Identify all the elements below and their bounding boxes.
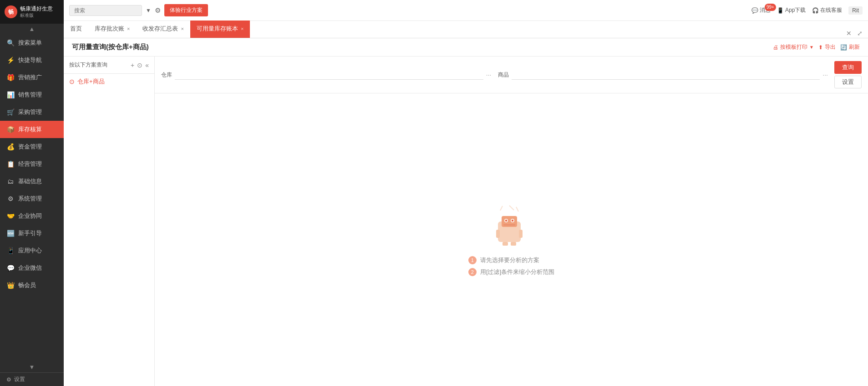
- sidebar-item-appstore[interactable]: 📱应用中心: [0, 242, 64, 259]
- scroll-down-arrow[interactable]: ▼: [0, 362, 64, 372]
- sidebar-item-label: 采购管理: [18, 108, 42, 116]
- warehouse-label: 仓库: [161, 71, 172, 79]
- sidebar-item-system[interactable]: ⚙系统管理: [0, 190, 64, 207]
- print-label: 按模板打印: [780, 43, 807, 51]
- sidebar-item-purchase[interactable]: 🛒采购管理: [0, 103, 64, 121]
- sidebar-item-basic[interactable]: 🗂基础信息: [0, 173, 64, 190]
- tab-label: 收发存汇总表: [142, 25, 178, 33]
- scroll-up-arrow[interactable]: ▲: [0, 24, 64, 34]
- tabs-bar: 首页库存批次账×收发存汇总表×可用量库存账本× ✕ ⤢: [64, 21, 868, 38]
- dropdown-arrow[interactable]: ▼: [146, 7, 151, 14]
- industry-btn[interactable]: 体验行业方案: [164, 4, 208, 16]
- svg-rect-7: [496, 230, 500, 238]
- scheme-header-label: 按以下方案查询: [69, 61, 107, 69]
- tab-batch[interactable]: 库存批次账×: [88, 21, 136, 38]
- close-window-btn[interactable]: ✕: [844, 29, 853, 38]
- enterprise-icon: 🤝: [6, 212, 15, 220]
- filter-actions: 查询 设置: [834, 61, 862, 88]
- sidebar-item-label: 新手引导: [18, 229, 42, 237]
- app-icon: 📱: [777, 7, 784, 14]
- tab-close-icon[interactable]: ×: [127, 26, 130, 31]
- svg-point-5: [512, 220, 513, 221]
- sidebar-item-sales[interactable]: 📊销售管理: [0, 86, 64, 103]
- svg-rect-6: [503, 224, 515, 226]
- sidebar-subtitle: 标准版: [20, 12, 53, 19]
- sidebar-item-label: 库存核算: [18, 125, 42, 134]
- search-icon: 🔍: [6, 39, 15, 46]
- online-service[interactable]: 🎧 在线客服: [812, 6, 842, 14]
- scheme-item-icon: ⊙: [69, 78, 75, 85]
- main-area: ▼ ⚙ 体验行业方案 💬 消息 99+ 📱 App下载 🎧 在线客服 Rit 首…: [64, 0, 868, 386]
- product-filter-group: 商品 ···: [498, 70, 828, 80]
- step1-text: 请先选择要分析的方案: [480, 256, 539, 264]
- message-count: 99+: [765, 4, 776, 11]
- service-label: 在线客服: [820, 6, 842, 14]
- empty-state: 1 请先选择要分析的方案 2 用[过滤]条件来缩小分析范围: [155, 93, 868, 386]
- settings-btn[interactable]: 设置: [834, 76, 862, 88]
- sidebar-item-label: 搜索菜单: [18, 39, 42, 47]
- sidebar-bottom[interactable]: ⚙ 设置: [0, 372, 64, 386]
- scheme-collapse-icon[interactable]: «: [145, 62, 149, 69]
- sidebar-item-operation[interactable]: 📋经营管理: [0, 155, 64, 173]
- marketing-icon: 🎁: [6, 74, 15, 81]
- sidebar-item-label: 企业协同: [18, 212, 42, 220]
- sidebar-item-label: 营销推广: [18, 73, 42, 82]
- search-input[interactable]: [69, 5, 142, 16]
- sidebar-item-finance[interactable]: 💰资金管理: [0, 138, 64, 155]
- warehouse-input[interactable]: [175, 70, 483, 80]
- export-btn[interactable]: ⬆ 导出: [818, 43, 836, 51]
- export-label: 导出: [825, 43, 836, 51]
- gear-icon[interactable]: ⚙: [155, 6, 161, 15]
- sidebar-item-inventory[interactable]: 📦库存核算: [0, 121, 64, 138]
- message-icon: 💬: [751, 7, 758, 14]
- tab-home[interactable]: 首页: [64, 21, 88, 38]
- app-download[interactable]: 📱 App下载: [777, 6, 806, 14]
- sidebar-item-wechat[interactable]: 💬企业微信: [0, 259, 64, 277]
- tab-available[interactable]: 可用量库存账本×: [190, 21, 250, 38]
- content-body: 按以下方案查询 + ⊙ « ⊙ 仓库+商品 仓库: [64, 57, 868, 386]
- expand-window-btn[interactable]: ⤢: [855, 29, 864, 38]
- purchase-icon: 🛒: [6, 108, 15, 116]
- product-input[interactable]: [512, 70, 820, 80]
- svg-point-4: [505, 220, 507, 221]
- svg-rect-9: [503, 242, 508, 246]
- user-avatar[interactable]: Rit: [848, 6, 863, 15]
- tab-summary[interactable]: 收发存汇总表×: [136, 21, 190, 38]
- warehouse-filter-group: 仓库 ···: [161, 70, 492, 80]
- sidebar-header: 畅 畅康通好生意 标准版: [0, 0, 64, 24]
- scheme-settings-icon[interactable]: ⊙: [137, 62, 142, 69]
- sidebar-nav: 🔍搜索菜单⚡快捷导航🎁营销推广📊销售管理🛒采购管理📦库存核算💰资金管理📋经营管理…: [0, 34, 64, 362]
- export-icon: ⬆: [818, 44, 823, 51]
- sidebar-item-label: 资金管理: [18, 143, 42, 151]
- sidebar-item-enterprise[interactable]: 🤝企业协同: [0, 207, 64, 225]
- sidebar-item-label: 系统管理: [18, 195, 42, 203]
- message-badge[interactable]: 💬 消息 99+: [751, 6, 771, 14]
- scheme-item-label: 仓库+商品: [77, 77, 105, 86]
- tab-label: 可用量库存账本: [197, 25, 238, 33]
- sidebar: 畅 畅康通好生意 标准版 ▲ 🔍搜索菜单⚡快捷导航🎁营销推广📊销售管理🛒采购管理…: [0, 0, 64, 386]
- shortcut-icon: ⚡: [6, 57, 15, 64]
- scheme-item-warehouse-product[interactable]: ⊙ 仓库+商品: [64, 74, 154, 89]
- warehouse-dots[interactable]: ···: [486, 71, 492, 78]
- svg-line-13: [500, 206, 503, 211]
- refresh-btn[interactable]: 🔄 刷新: [840, 43, 860, 51]
- step1-num: 1: [468, 256, 477, 264]
- sidebar-logo: 畅: [5, 5, 17, 18]
- tabs-controls: ✕ ⤢: [844, 29, 868, 38]
- scheme-add-icon[interactable]: +: [131, 62, 134, 69]
- header-actions: 🖨 按模板打印 ▼ ⬆ 导出 🔄 刷新: [773, 43, 860, 51]
- query-btn[interactable]: 查询: [834, 61, 862, 74]
- tab-close-icon[interactable]: ×: [241, 26, 244, 31]
- sidebar-item-label: 经营管理: [18, 160, 42, 168]
- print-btn[interactable]: 🖨 按模板打印 ▼: [773, 43, 814, 51]
- product-dots[interactable]: ···: [822, 71, 828, 78]
- sidebar-item-label: 基础信息: [18, 177, 42, 185]
- tab-close-icon[interactable]: ×: [181, 26, 183, 31]
- sidebar-item-shortcut[interactable]: ⚡快捷导航: [0, 51, 64, 69]
- basic-icon: 🗂: [6, 178, 15, 185]
- sidebar-item-marketing[interactable]: 🎁营销推广: [0, 69, 64, 86]
- scheme-panel-header: 按以下方案查询 + ⊙ «: [64, 57, 154, 74]
- sidebar-item-guide[interactable]: 🆕新手引导: [0, 225, 64, 242]
- sidebar-item-search[interactable]: 🔍搜索菜单: [0, 34, 64, 51]
- sidebar-item-vip[interactable]: 👑畅会员: [0, 277, 64, 294]
